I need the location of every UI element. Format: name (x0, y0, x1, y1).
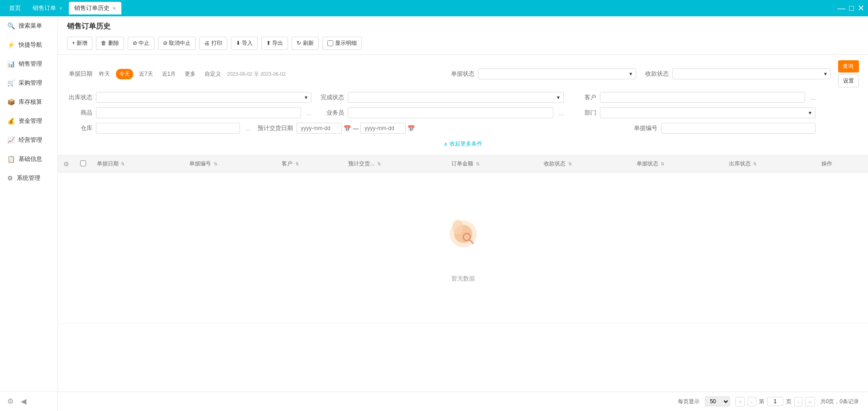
page-size-select[interactable]: 10 20 50 100 (705, 396, 730, 406)
total-records: 共0页，0条记录 (820, 398, 859, 406)
product-dots[interactable]: ... (307, 110, 312, 116)
cancel-stop-button[interactable]: ⊘ 取消中止 (158, 37, 196, 50)
window-controls: — □ ✕ (837, 3, 864, 13)
salesperson-dots[interactable]: ... (559, 110, 564, 116)
close-button[interactable]: ✕ (858, 3, 864, 13)
toolbar: + 新增 🗑 删除 ⊘ 中止 ⊘ 取消中止 🖨 打印 ⬇ 导入 ⬆ 导出 ↻ 刷… (67, 37, 859, 54)
sidebar-item-quicknav-label: 快捷导航 (19, 41, 42, 49)
date-yesterday-btn[interactable]: 昨天 (96, 69, 113, 79)
tab-home[interactable]: 首页 (4, 2, 26, 15)
tab-sales-history[interactable]: 销售订单历史 ✕ (69, 2, 121, 15)
shipment-select[interactable]: ▾ (96, 92, 312, 103)
column-delivery[interactable]: 预计交货... ⇅ (343, 155, 446, 173)
data-table: ⚙ 单据日期 ⇅ 单据编号 ⇅ (58, 155, 868, 324)
refresh-button[interactable]: ↻ 刷新 (292, 37, 318, 50)
column-doc-status[interactable]: 单据状态 ⇅ (631, 155, 724, 173)
sidebar-item-sales[interactable]: 📊 销售管理 (0, 54, 58, 73)
status-select[interactable]: ▾ (478, 68, 637, 79)
content-area: 销售订单历史 + 新增 🗑 删除 ⊘ 中止 ⊘ 取消中止 🖨 打印 ⬇ 导入 ⬆… (58, 16, 868, 411)
sidebar-item-search[interactable]: 🔍 搜索菜单 (0, 16, 58, 35)
warehouse-input[interactable] (96, 123, 240, 134)
column-gear-icon[interactable]: ⚙ (63, 160, 69, 168)
column-shipment-status[interactable]: 出库状态 ⇅ (724, 155, 816, 173)
salesperson-input[interactable] (348, 107, 553, 118)
sort-customer-icon: ⇅ (295, 161, 299, 166)
action-buttons: 查询 设置 (838, 60, 859, 87)
column-actions: 操作 (816, 155, 868, 173)
status-label: 单据状态 (449, 70, 475, 78)
department-select[interactable]: ▾ (600, 107, 815, 118)
receipt-select[interactable]: ▾ (672, 68, 831, 79)
print-button[interactable]: 🖨 打印 (199, 37, 227, 50)
prev-page-button[interactable]: ‹ (748, 397, 756, 406)
display-detail-input[interactable] (327, 40, 333, 46)
collapse-row: ∧ 收起更多条件 (67, 138, 859, 150)
sidebar-item-basic-info[interactable]: 📋 基础信息 (0, 150, 58, 169)
delivery-to-input[interactable] (360, 123, 406, 134)
next-page-button[interactable]: › (794, 397, 802, 406)
column-customer[interactable]: 客户 ⇅ (276, 155, 343, 173)
customer-input[interactable] (600, 92, 805, 103)
column-delivery-label: 预计交货... (348, 160, 374, 167)
column-date[interactable]: 单据日期 ⇅ (91, 155, 184, 173)
column-checkbox[interactable] (75, 155, 91, 173)
page-label-suffix: 页 (786, 398, 791, 406)
last-page-button[interactable]: » (805, 397, 815, 406)
inventory-icon: 📦 (7, 98, 15, 106)
page-header: 销售订单历史 + 新增 🗑 删除 ⊘ 中止 ⊘ 取消中止 🖨 打印 ⬇ 导入 ⬆… (58, 16, 868, 55)
new-button[interactable]: + 新增 (67, 37, 92, 50)
sidebar-item-quicknav[interactable]: ⚡ 快捷导航 (0, 35, 58, 54)
filter-customer: 客户 ... (571, 92, 815, 103)
date-7days-btn[interactable]: 近7天 (136, 69, 156, 79)
export-button[interactable]: ⬆ 导出 (261, 37, 288, 50)
display-detail-checkbox[interactable]: 显示明细 (322, 37, 362, 50)
date-1month-btn[interactable]: 近1月 (159, 69, 179, 79)
sidebar-bottom: ⚙ ◀ (0, 391, 58, 411)
sidebar-collapse-icon[interactable]: ◀ (21, 397, 26, 406)
maximize-button[interactable]: □ (849, 4, 854, 13)
collapse-button[interactable]: ∧ 收起更多条件 (442, 138, 484, 150)
first-page-button[interactable]: « (735, 397, 745, 406)
sidebar-item-finance[interactable]: 💰 资金管理 (0, 111, 58, 131)
minimize-button[interactable]: — (837, 4, 845, 13)
select-all-checkbox[interactable] (80, 160, 86, 166)
order-no-input[interactable] (661, 123, 815, 134)
settings-button[interactable]: 设置 (838, 74, 859, 87)
tab-sales-history-close[interactable]: ✕ (112, 6, 116, 11)
complete-select[interactable]: ▾ (348, 92, 563, 103)
calendar-to-icon[interactable]: 📅 (408, 125, 415, 132)
tab-sales-order-close[interactable]: ✕ (59, 6, 62, 11)
customer-dots[interactable]: ... (810, 94, 815, 101)
sidebar-item-system[interactable]: ⚙ 系统管理 (0, 169, 58, 188)
warehouse-dots[interactable]: ... (245, 125, 250, 132)
column-settings[interactable]: ⚙ (58, 155, 75, 173)
sidebar-settings-icon[interactable]: ⚙ (7, 397, 14, 406)
sort-amount-icon: ⇅ (476, 161, 480, 166)
import-button[interactable]: ⬇ 导入 (231, 37, 258, 50)
product-input[interactable] (96, 107, 301, 118)
tab-sales-order[interactable]: 销售订单 ✕ (27, 2, 68, 15)
delivery-label: 预计交货日期 (258, 124, 293, 132)
filter-row-4: 仓库 ... 预计交货日期 📅 — 📅 单据编号 (67, 123, 859, 134)
sidebar-item-purchase[interactable]: 🛒 采购管理 (0, 73, 58, 92)
calendar-from-icon[interactable]: 📅 (344, 125, 351, 132)
shipment-label: 出库状态 (67, 93, 92, 102)
date-today-btn[interactable]: 今天 (116, 69, 133, 79)
sidebar-item-inventory[interactable]: 📦 库存核算 (0, 92, 58, 111)
display-detail-label: 显示明细 (335, 39, 357, 47)
page-number-input[interactable]: 1 (767, 397, 783, 406)
delete-button[interactable]: 🗑 删除 (96, 37, 124, 50)
stop-button[interactable]: ⊘ 中止 (128, 37, 154, 50)
filter-row-2: 出库状态 ▾ 完成状态 ▾ 客户 ... (67, 92, 859, 103)
column-amount[interactable]: 订单金额 ⇅ (446, 155, 538, 173)
column-order-no[interactable]: 单据编号 ⇅ (184, 155, 276, 173)
delivery-from-input[interactable] (297, 123, 342, 134)
sort-delivery-icon: ⇅ (377, 161, 381, 166)
sidebar-item-operations[interactable]: 📈 经营管理 (0, 131, 58, 150)
status-dropdown-icon: ▾ (629, 71, 632, 77)
query-button[interactable]: 查询 (838, 60, 859, 73)
column-receipt-status[interactable]: 收款状态 ⇅ (538, 155, 631, 173)
receipt-label: 收款状态 (643, 70, 669, 78)
date-more-btn[interactable]: 更多 (182, 69, 199, 79)
date-custom-btn[interactable]: 自定义 (201, 69, 224, 79)
